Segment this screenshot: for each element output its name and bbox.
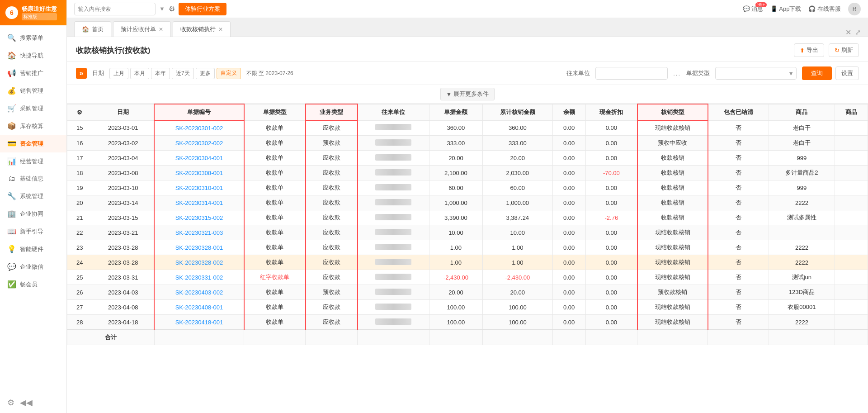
tab-home[interactable]: 🏠 首页: [74, 21, 111, 37]
refresh-button[interactable]: ↻ 刷新: [829, 43, 859, 57]
table-row[interactable]: 15 2023-03-01 SK-20230301-002 收款单 应收款 36…: [67, 120, 868, 136]
voucher-no-link[interactable]: SK-20230304-001: [175, 155, 223, 161]
voucher-no-link[interactable]: SK-20230331-002: [175, 274, 223, 281]
table-row[interactable]: 17 2023-03-04 SK-20230304-001 收款单 应收款 20…: [67, 151, 868, 166]
cell-amount: 2,100.00: [429, 166, 482, 180]
date-this-month-btn[interactable]: 本月: [130, 68, 149, 79]
date-more-btn[interactable]: 更多: [196, 68, 215, 79]
cell-biz-type: 应收款: [306, 180, 358, 195]
tab-close-pending[interactable]: ✕: [159, 26, 163, 33]
table-row[interactable]: 18 2023-03-08 SK-20230308-001 收款单 应收款 2,…: [67, 166, 868, 180]
sidebar-item-sales[interactable]: 💰销售管理: [0, 82, 66, 100]
voucher-no-link[interactable]: SK-20230301-002: [175, 125, 223, 132]
tab-collection[interactable]: 收款核销执行 ✕: [173, 21, 231, 37]
export-icon: ⬆: [800, 47, 805, 54]
data-table-container[interactable]: ⚙ 日期 单据编号 单据类型 业务类型 往来单位 单据金额 累计核销金额 余额 …: [67, 104, 868, 413]
voucher-no-link[interactable]: SK-20230418-001: [175, 319, 223, 326]
industry-solution-button[interactable]: 体验行业方案: [179, 3, 226, 15]
voucher-no-link[interactable]: SK-20230403-002: [175, 289, 223, 296]
topbar-gear-icon[interactable]: ⚙: [169, 5, 175, 13]
table-row[interactable]: 25 2023-03-31 SK-20230331-002 红字收款单 应收款 …: [67, 270, 868, 285]
cell-amount: 333.00: [429, 136, 482, 151]
voucher-no-link[interactable]: SK-20230328-001: [175, 244, 223, 251]
voucher-no-link[interactable]: SK-20230408-001: [175, 304, 223, 311]
export-button[interactable]: ⬆ 导出: [794, 43, 824, 57]
more-filters-dots[interactable]: ...: [673, 70, 681, 77]
voucher-type-label: 单据类型: [686, 69, 710, 77]
settings-icon[interactable]: ⚙: [7, 398, 14, 408]
online-service-link[interactable]: 🎧 在线客服: [808, 5, 841, 13]
voucher-no-link[interactable]: SK-20230314-001: [175, 199, 223, 206]
query-button[interactable]: 查询: [802, 66, 832, 80]
voucher-no-link[interactable]: SK-20230310-001: [175, 185, 223, 191]
sidebar-item-label: 经营管理: [20, 157, 43, 166]
table-row[interactable]: 20 2023-03-14 SK-20230314-001 收款单 应收款 1,…: [67, 195, 868, 210]
sidebar-item-search[interactable]: 🔍搜索菜单: [0, 29, 66, 47]
date-7days-btn[interactable]: 近7天: [172, 68, 194, 79]
cell-voucher-no: SK-20230301-002: [154, 120, 244, 136]
tab-expand-icon[interactable]: ⤢: [855, 28, 861, 37]
filter-collapse-button[interactable]: »: [76, 68, 87, 79]
cell-amount: 360.00: [429, 120, 482, 136]
settings-button[interactable]: 设置: [835, 66, 859, 80]
cell-cancel-type: 现结收款核销: [637, 240, 708, 255]
message-icon: 💬: [743, 5, 750, 12]
search-icon: 🔍: [7, 33, 16, 42]
date-custom-badge[interactable]: 自定义: [217, 68, 241, 79]
tab-close-all-icon[interactable]: ✕: [845, 28, 851, 37]
sidebar-item-inventory[interactable]: 📦库存核算: [0, 117, 66, 135]
table-row[interactable]: 26 2023-04-03 SK-20230403-002 收款单 预收款 20…: [67, 285, 868, 300]
cell-cum-cancel: 2,030.00: [483, 166, 552, 180]
sidebar-item-quicknav[interactable]: 🏠快捷导航: [0, 47, 66, 64]
inventory-icon: 📦: [7, 122, 16, 130]
cell-cum-cancel: 1.00: [483, 240, 552, 255]
voucher-no-link[interactable]: SK-20230302-002: [175, 140, 223, 147]
search-input[interactable]: [74, 3, 156, 15]
sidebar-footer[interactable]: ⚙ ◀◀: [0, 392, 66, 413]
footer-goods2: [835, 330, 868, 345]
table-row[interactable]: 28 2023-04-18 SK-20230418-001 收款单 应收款 10…: [67, 315, 868, 330]
sidebar-item-member[interactable]: ✅畅会员: [0, 275, 66, 293]
tab-close-collection[interactable]: ✕: [218, 26, 223, 33]
table-row[interactable]: 22 2023-03-21 SK-20230321-003 收款单 应收款 10…: [67, 225, 868, 240]
dropdown-arrow-icon[interactable]: ▼: [159, 5, 165, 12]
date-last-month-btn[interactable]: 上月: [109, 68, 128, 79]
sidebar-item-system[interactable]: 🔧系统管理: [0, 187, 66, 205]
message-badge[interactable]: 💬 消息 99+: [743, 5, 764, 13]
sidebar-item-enterprise[interactable]: 🏢企业协同: [0, 205, 66, 223]
sidebar-item-basic[interactable]: 🗂基础信息: [0, 170, 66, 187]
partner-input[interactable]: [595, 67, 668, 80]
voucher-no-link[interactable]: SK-20230328-002: [175, 259, 223, 266]
sidebar-item-finance[interactable]: 💳资金管理: [0, 135, 66, 152]
date-this-year-btn[interactable]: 本年: [151, 68, 170, 79]
sidebar-item-guide[interactable]: 📖新手引导: [0, 223, 66, 240]
cell-cash-discount: -70.00: [585, 166, 637, 180]
table-row[interactable]: 23 2023-03-28 SK-20230328-001 收款单 应收款 1.…: [67, 240, 868, 255]
cell-balance: 0.00: [552, 120, 585, 136]
voucher-type-input[interactable]: [715, 67, 797, 80]
footer-cash-discount: [585, 330, 637, 345]
sidebar-item-purchase[interactable]: 🛒采购管理: [0, 100, 66, 117]
table-row[interactable]: 19 2023-03-10 SK-20230310-001 收款单 应收款 60…: [67, 180, 868, 195]
voucher-no-link[interactable]: SK-20230308-001: [175, 170, 223, 176]
sidebar-item-operation[interactable]: 📊经营管理: [0, 152, 66, 170]
expand-conditions-button[interactable]: ▼ 展开更多条件: [440, 88, 495, 100]
voucher-no-link[interactable]: SK-20230321-003: [175, 229, 223, 236]
app-download-link[interactable]: 📱 App下载: [770, 5, 801, 13]
sidebar-item-marketing[interactable]: 📢营销推广: [0, 64, 66, 82]
sidebar-item-hardware[interactable]: 💡智能硬件: [0, 240, 66, 258]
collapse-icon[interactable]: ◀◀: [20, 398, 33, 408]
voucher-no-link[interactable]: SK-20230315-002: [175, 214, 223, 221]
cell-voucher-type: 红字收款单: [244, 270, 306, 285]
table-row[interactable]: 16 2023-03-02 SK-20230302-002 收款单 预收款 33…: [67, 136, 868, 151]
cell-voucher-no: SK-20230314-001: [154, 195, 244, 210]
table-row[interactable]: 27 2023-04-08 SK-20230408-001 收款单 应收款 10…: [67, 300, 868, 315]
table-row[interactable]: 24 2023-03-28 SK-20230328-002 收款单 应收款 1.…: [67, 255, 868, 270]
table-row[interactable]: 21 2023-03-15 SK-20230315-002 收款单 应收款 3,…: [67, 210, 868, 225]
cell-balance: 0.00: [552, 240, 585, 255]
tab-pending[interactable]: 预计应收付单 ✕: [113, 21, 171, 37]
user-avatar[interactable]: R: [848, 3, 861, 15]
date-quick-buttons: 上月 本月 本年 近7天 更多 自定义: [109, 68, 241, 79]
sidebar-item-wechat[interactable]: 💬企业微信: [0, 258, 66, 275]
sidebar-item-label: 新手引导: [20, 228, 43, 236]
